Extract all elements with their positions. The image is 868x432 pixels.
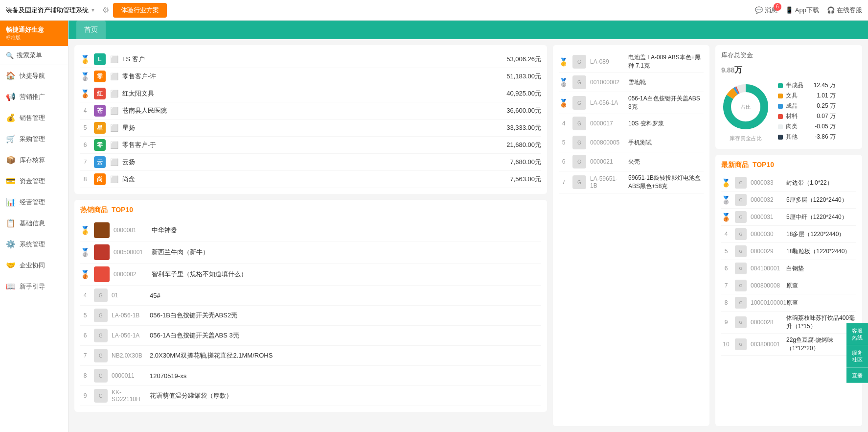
float-btn-0[interactable]: 客服热线 xyxy=(846,323,868,346)
newest-product-icon: G xyxy=(735,245,747,257)
table-row: 4 苍 ⬜ 苍南县人民医院 36,600.00元 xyxy=(80,102,541,120)
rank-amount: 36,600.00元 xyxy=(506,106,541,115)
product-icon: G xyxy=(572,155,586,168)
legend-item: 其他 -3.86 万 xyxy=(778,133,836,141)
sidebar-icon-2: 💰 xyxy=(6,113,16,122)
newest-product-name: 白钢垫 xyxy=(786,264,856,273)
table-row: 🥈 零 ⬜ 零售客户-许 51,183.00元 xyxy=(80,68,541,85)
logo-area: 畅捷通好生意 标准版 xyxy=(6,25,44,41)
newest-product-icon: G xyxy=(735,228,747,240)
system-title-dropdown[interactable]: 装备及固定资产辅助管理系统 ▼ xyxy=(6,6,95,15)
app-download-btn[interactable]: 📱 App下载 xyxy=(785,6,819,15)
list-item: 6 G LA-056-1A 056-1A白色按键开关盖ABS 3壳 xyxy=(80,326,541,346)
list-item: 4 G 0000030 18多层（1220*2440） xyxy=(721,226,856,243)
sidebar-item-9[interactable]: 🤝企业协同 xyxy=(0,255,68,276)
product-placeholder-icon: G xyxy=(94,349,108,362)
medal-silver-icon: 🥈 xyxy=(559,78,569,87)
prod-code: 0000021 xyxy=(590,158,624,165)
newest-product-code: 10000100001 xyxy=(751,299,782,306)
hot-rank-number: 9 xyxy=(80,392,90,399)
rank-name: 云扬 xyxy=(122,158,506,167)
gear-icon[interactable]: ⚙ xyxy=(102,5,109,15)
hot-rank-number: 6 xyxy=(80,332,90,339)
newest-product-name: 原查 xyxy=(786,299,856,307)
rank-badge: 零 xyxy=(94,71,106,82)
hot-product-code: 0000011 xyxy=(112,372,146,379)
legend-color-dot xyxy=(778,104,783,109)
sidebar-icon-10: 📖 xyxy=(6,282,16,291)
medal-bronze-icon: 🥉 xyxy=(80,270,90,279)
phone-icon: 📱 xyxy=(785,6,793,14)
right-panel: 库存总资金 9.88万 xyxy=(715,45,862,426)
donut-chart: 占比 库存资金占比 xyxy=(721,82,770,142)
newest-product-icon: G xyxy=(735,338,747,350)
sidebar-item-4[interactable]: 📦库存核算 xyxy=(0,149,68,170)
sidebar-item-6[interactable]: 📊经营管理 xyxy=(0,192,68,213)
list-item: 6 G 004100001 白钢垫 xyxy=(721,260,856,277)
newest-product-icon: G xyxy=(735,177,747,189)
table-row: 7 G LA-59651-1B 59651-1B旋转投影灯电池盒ABS黑色+58… xyxy=(559,171,704,193)
newest-product-code: 000800008 xyxy=(751,282,782,289)
prod-code: 001000002 xyxy=(590,79,624,86)
newest-product-code: 0000032 xyxy=(751,196,782,203)
hot-product-name: 智利车子里（规格不知道填什么） xyxy=(152,270,541,279)
product-icon: G xyxy=(572,136,586,149)
rank-badge: 尚 xyxy=(94,173,106,185)
rank-number: 6 xyxy=(80,142,90,148)
sidebar-item-2[interactable]: 💰销售管理 xyxy=(0,107,68,128)
list-item: 9 G KK-SD22110H 花语萌值温分罐罐袋（厚款） xyxy=(80,386,541,406)
sidebar-item-7[interactable]: 📋基础信息 xyxy=(0,213,68,234)
sidebar-icon-3: 🛒 xyxy=(6,134,16,144)
newest-rank-number: 4 xyxy=(721,231,731,238)
newest-product-code: 0000029 xyxy=(751,248,782,255)
trial-button[interactable]: 体验行业方案 xyxy=(113,3,167,18)
sidebar-icon-6: 📊 xyxy=(6,197,16,207)
topbar-left: 装备及固定资产辅助管理系统 ▼ ⚙ 体验行业方案 xyxy=(6,3,755,18)
sidebar-item-10[interactable]: 📖新手引导 xyxy=(0,276,68,297)
medal-gold-icon: 🥇 xyxy=(721,178,731,188)
table-row: 🥉 G LA-056-1A 056-1A白色按键开关盖ABS 3克 xyxy=(559,92,704,114)
home-tab[interactable]: 首页 xyxy=(76,21,106,39)
sidebar-item-5[interactable]: 💳资金管理 xyxy=(0,170,68,192)
sidebar-icon-9: 🤝 xyxy=(6,261,16,270)
mid-panel: 🥇 G LA-089 电池盖 LA-089 ABS本色+黑种 7.1克 🥈 G … xyxy=(553,45,709,426)
legend-color-dot xyxy=(778,94,783,98)
newest-product-icon: G xyxy=(735,211,747,223)
sidebar-item-1[interactable]: 📢营销推广 xyxy=(0,86,68,107)
search-menu-btn[interactable]: 🔍 搜索菜单 xyxy=(0,46,68,65)
search-icon: 🔍 xyxy=(6,52,14,59)
messages-badge-btn[interactable]: 💬 消息 6 xyxy=(755,6,777,15)
sidebar: 畅捷通好生意 标准版 🔍 搜索菜单 🏠快捷导航📢营销推广💰销售管理🛒采购管理📦库… xyxy=(0,21,69,432)
sidebar-icon-0: 🏠 xyxy=(6,71,16,80)
prod-code: LA-056-1A xyxy=(590,99,624,106)
newest-product-code: 0000033 xyxy=(751,179,782,186)
legend-label: 成品 xyxy=(786,102,803,110)
newest-product-icon: G xyxy=(735,194,747,206)
list-item: 🥈 G 0000032 5厘多层（1220*2440） xyxy=(721,192,856,209)
newest-rank-number: 7 xyxy=(721,282,731,289)
table-row: 5 星 ⬜ 星扬 33,333.00元 xyxy=(80,120,541,137)
float-btn-1[interactable]: 服务社区 xyxy=(846,345,868,368)
main-area: 首页 🥇 L ⬜ LS 客户 53,006.26元 🥈 零 ⬜ 零售客户-许 5… xyxy=(69,21,868,432)
product-icon: G xyxy=(572,55,586,69)
rank-name: 苍南县人民医院 xyxy=(122,106,503,115)
hot-products-panel: 热销商品 TOP10 🥇 0000001 中华神器 🥈 000500001 新西… xyxy=(74,200,547,412)
medal-bronze-icon: 🥉 xyxy=(721,213,731,222)
sidebar-item-0[interactable]: 🏠快捷导航 xyxy=(0,65,68,86)
legend-value: 1.01 万 xyxy=(806,92,836,100)
legend-item: 半成品 12.45 万 xyxy=(778,81,836,90)
main-body: 🥇 L ⬜ LS 客户 53,006.26元 🥈 零 ⬜ 零售客户-许 51,1… xyxy=(69,39,868,432)
newest-product-name: 18多层（1220*2440） xyxy=(786,230,856,239)
sidebar-label-3: 采购管理 xyxy=(20,135,45,144)
rank-number: 8 xyxy=(80,176,90,183)
sidebar-item-8[interactable]: ⚙️系统管理 xyxy=(0,234,68,255)
sidebar-item-3[interactable]: 🛒采购管理 xyxy=(0,128,68,149)
list-item: 🥉 G 0000031 5厘中纤（1220*2440） xyxy=(721,209,856,226)
online-service-btn[interactable]: 🎧 在线客服 xyxy=(827,6,862,15)
newest-rank-number: 6 xyxy=(721,265,731,272)
medal-bronze-icon: 🥉 xyxy=(80,89,90,98)
rank-number: 5 xyxy=(559,139,569,146)
rank-amount: 21,680.00元 xyxy=(506,141,541,149)
float-btn-2[interactable]: 直播 xyxy=(846,368,868,383)
sidebar-icon-5: 💳 xyxy=(6,176,16,186)
